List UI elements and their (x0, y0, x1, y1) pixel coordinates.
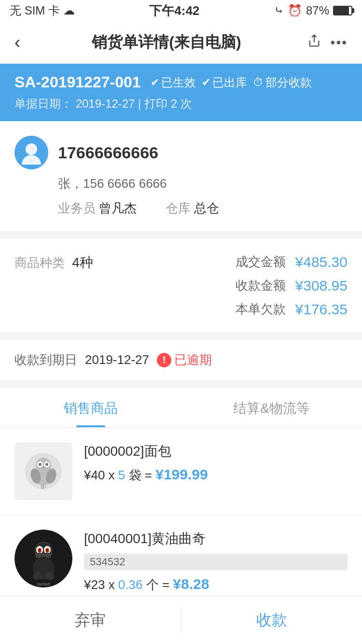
bottom-bar: 弃审 收款 (0, 596, 362, 644)
product-qty-1: 5 (118, 468, 125, 482)
product-types-label: 商品种类 (14, 255, 65, 270)
clock-icon: ⏱ (253, 76, 264, 89)
product-info-1: [0000002]面包 ¥40 x 5 袋 = ¥199.99 (84, 442, 348, 484)
tabs-bar: 销售商品 结算&物流等 (0, 388, 362, 428)
warehouse-label: 仓库 (166, 201, 191, 215)
check-icon-1: ✔ (151, 76, 159, 89)
customer-id: 17666666666 (58, 143, 158, 162)
banner-date: 单据日期： 2019-12-27 | 打印 2 次 (14, 96, 348, 112)
product-name-1: [0000002]面包 (84, 442, 348, 461)
check-icon-2: ✔ (202, 76, 210, 89)
status-partial-payment: ⏱ 部分收款 (253, 75, 312, 90)
due-date-value: 2019-12-27 (85, 352, 149, 367)
product-price-1: ¥40 x 5 袋 = ¥199.99 (84, 466, 348, 484)
product-item-2: tainted [00040001]黄油曲奇 534532 ¥23 x 0.36… (0, 515, 362, 608)
product-tag-2: 534532 (84, 554, 348, 570)
product-total-1: ¥199.99 (155, 466, 208, 482)
product-info-2: [00040001]黄油曲奇 534532 ¥23 x 0.36 个 = ¥8.… (84, 530, 348, 593)
customer-contact: 张，156 6666 6666 (14, 175, 348, 192)
product-item-1: 导+ [0000002]面包 ¥40 x 5 袋 = ¥199.99 (0, 428, 362, 515)
debt-amount-row: 本单欠款 ¥176.35 (236, 301, 348, 318)
stats-left: 商品种类 4种 (14, 253, 93, 272)
svg-point-19 (39, 549, 41, 551)
alarm-icon: ⏰ (288, 4, 302, 17)
customer-meta: 业务员 曾凡杰 仓库 总仓 (14, 200, 348, 217)
share-icon[interactable] (307, 33, 321, 51)
status-right: ⤷ ⏰ 87% (274, 4, 352, 17)
status-left: 无 SIM 卡 ☁ (10, 3, 75, 18)
cancel-button[interactable]: 弃审 (0, 596, 181, 644)
product-qty-2: 0.36 (118, 577, 143, 592)
sim-status: 无 SIM 卡 ☁ (10, 3, 75, 18)
product-thumb-1: 导+ (14, 442, 72, 500)
collection-amount: ¥308.95 (295, 278, 348, 294)
status-shipped: ✔ 已出库 (202, 75, 247, 90)
status-tags: ✔ 已生效 ✔ 已出库 ⏱ 部分收款 (151, 75, 312, 90)
overdue-badge: ! 已逾期 (157, 351, 212, 368)
product-total-2: ¥8.28 (173, 576, 209, 592)
product-list: 导+ [0000002]面包 ¥40 x 5 袋 = ¥199.99 (0, 428, 362, 608)
overdue-text: 已逾期 (174, 351, 212, 368)
collection-label: 收款金额 (236, 277, 286, 294)
more-icon[interactable]: ••• (331, 35, 348, 50)
product-types-item: 商品种类 4种 (14, 253, 93, 272)
back-button[interactable]: ‹ (14, 32, 43, 53)
battery-icon (333, 6, 352, 15)
status-effective: ✔ 已生效 (151, 75, 196, 90)
battery-status: 87% (306, 4, 329, 17)
nav-actions: ••• (290, 33, 348, 51)
sales-label: 业务员 (58, 201, 96, 215)
nav-bar: ‹ 销货单详情(来自电脑) ••• (0, 21, 362, 64)
svg-point-20 (46, 549, 48, 551)
product-name-2: [00040001]黄油曲奇 (84, 530, 348, 548)
status-time: 下午4:42 (149, 2, 199, 19)
svg-point-7 (39, 463, 42, 466)
header-banner: SA-20191227-001 ✔ 已生效 ✔ 已出库 ⏱ 部分收款 单据日期：… (0, 64, 362, 121)
stats-section: 商品种类 4种 成交金额 ¥485.30 收款金额 ¥308.95 本单欠款 ¥… (0, 239, 362, 332)
stats-right: 成交金额 ¥485.30 收款金额 ¥308.95 本单欠款 ¥176.35 (236, 253, 348, 318)
overdue-icon: ! (157, 353, 171, 367)
transaction-amount: ¥485.30 (295, 254, 348, 270)
svg-text:导+: 导+ (41, 485, 47, 490)
warehouse-value: 总仓 (194, 201, 219, 215)
svg-text:tainted: tainted (37, 582, 50, 587)
transaction-label: 成交金额 (236, 253, 286, 270)
confirm-button[interactable]: 收款 (181, 596, 362, 644)
location-icon: ⤷ (274, 4, 284, 17)
page-title: 销货单详情(来自电脑) (43, 32, 290, 53)
svg-point-8 (45, 463, 48, 466)
product-thumb-2: tainted (14, 530, 72, 588)
product-types-value: 4种 (72, 255, 93, 270)
due-date-section: 收款到期日 2019-12-27 ! 已逾期 (0, 340, 362, 380)
product-price-2: ¥23 x 0.36 个 = ¥8.28 (84, 576, 348, 593)
status-bar: 无 SIM 卡 ☁ 下午4:42 ⤷ ⏰ 87% (0, 0, 362, 21)
customer-section: 17666666666 张，156 6666 6666 业务员 曾凡杰 仓库 总… (0, 121, 362, 231)
debt-amount: ¥176.35 (295, 301, 348, 318)
tab-settlement-logistics[interactable]: 结算&物流等 (181, 388, 362, 427)
svg-point-1 (22, 155, 41, 165)
order-id: SA-20191227-001 (14, 73, 141, 91)
debt-label: 本单欠款 (236, 301, 286, 318)
transaction-amount-row: 成交金额 ¥485.30 (236, 253, 348, 270)
svg-point-0 (26, 143, 37, 155)
sales-value: 曾凡杰 (99, 201, 137, 215)
tab-sales-products[interactable]: 销售商品 (0, 388, 181, 427)
due-label: 收款到期日 (14, 351, 77, 368)
collection-amount-row: 收款金额 ¥308.95 (236, 277, 348, 294)
avatar (14, 136, 48, 169)
